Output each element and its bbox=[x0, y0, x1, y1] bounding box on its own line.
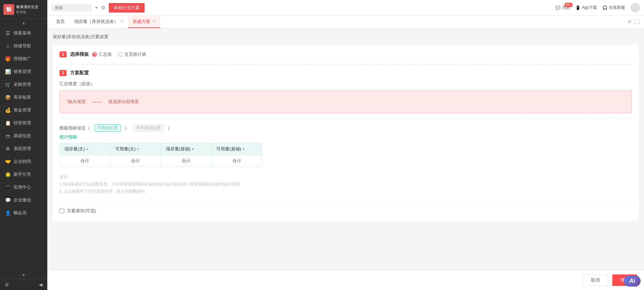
tabs-bar: 首页 现存量（库存状况表） ✕ 新建方案 ✕ ✕ ⛶ bbox=[47, 16, 644, 28]
stats-col-1-label: 可用量(主) bbox=[115, 146, 136, 152]
sidebar-item-member[interactable]: 👤 畅会员 bbox=[0, 207, 47, 219]
online-service-label: 在线客服 bbox=[609, 5, 625, 10]
stats-col-3[interactable]: 可用量(基辅) ▾ bbox=[212, 143, 262, 155]
stats-col-0-label: 现存量(主) bbox=[65, 146, 85, 152]
radio-summary-label: 汇总表 bbox=[99, 51, 112, 57]
sound-icon[interactable]: ◀ bbox=[39, 282, 43, 287]
tab-new-scheme[interactable]: 新建方案 ✕ bbox=[128, 16, 160, 28]
sidebar-scroll-down[interactable]: ▼ bbox=[0, 271, 47, 279]
sidebar-item-wechat[interactable]: 💬 企业微信 bbox=[0, 194, 47, 207]
radio-cross-circle bbox=[118, 52, 123, 57]
col-2-dropdown-icon[interactable]: ▾ bbox=[192, 147, 194, 151]
tab-inventory-status[interactable]: 现存量（库存状况表） ✕ bbox=[70, 16, 128, 28]
radio-summary[interactable]: 汇总表 bbox=[92, 51, 112, 57]
system-icon: ⚙ bbox=[5, 146, 11, 152]
app-download-button[interactable]: 📱 App下载 bbox=[575, 5, 597, 10]
step1-section: 1 选择模板 汇总表 交叉统计表 bbox=[59, 51, 632, 57]
radio-cross-label: 交叉统计表 bbox=[124, 51, 146, 57]
sidebar-item-label-operations: 经营管理 bbox=[14, 120, 31, 126]
page-title: 现存量(库存状况表)方案设置 bbox=[53, 34, 639, 40]
stats-cell-2: 合计 bbox=[161, 155, 212, 167]
sidebar-nav: ☰ 搜索菜单 ⌂ 快捷导航 🎁 营销推广 📊 销售管理 🛒 采购管理 📦 库存核… bbox=[0, 27, 47, 271]
finance-icon: 💰 bbox=[5, 107, 11, 113]
template-radio-group: 汇总表 交叉统计表 bbox=[92, 51, 146, 57]
sidebar: 畅 畅康通好生意 标准版 ▲ ☰ 搜索菜单 ⌂ 快捷导航 🎁 营销推广 📊 销售… bbox=[0, 0, 47, 290]
online-service-button[interactable]: 🎧 在线客服 bbox=[602, 5, 625, 10]
trial-button[interactable]: 体验行业方案 bbox=[109, 3, 145, 13]
tab-inventory-close-icon[interactable]: ✕ bbox=[120, 19, 123, 24]
step2-title: 方案配置 bbox=[70, 70, 89, 76]
vertical-dim-label: *纵向维度 bbox=[67, 99, 86, 105]
message-button[interactable]: 💬 消息 99+ bbox=[555, 5, 570, 10]
stats-col-2[interactable]: 现存量(基辅) ▾ bbox=[161, 143, 212, 155]
sidebar-item-newbie[interactable]: 🌟 新手引导 bbox=[0, 168, 47, 181]
sidebar-item-enterprise[interactable]: 🤝 企业协同 bbox=[0, 155, 47, 168]
sidebar-item-finance[interactable]: 💰 资金管理 bbox=[0, 104, 47, 117]
stats-cell-1: 合计 bbox=[110, 155, 161, 167]
sidebar-item-label-purchase: 采购管理 bbox=[14, 81, 31, 88]
step2-badge: 2 bbox=[59, 70, 67, 76]
sidebar-item-label-enterprise: 企业协同 bbox=[14, 159, 31, 165]
sidebar-item-sales[interactable]: 📊 销售管理 bbox=[0, 65, 47, 78]
cancel-button[interactable]: 取消 bbox=[583, 274, 608, 286]
stats-col-3-label: 可用量(基辅) bbox=[216, 146, 241, 152]
tip-item-2: 2. 点击标题栏下拉可设置排序、插入列和删除列 bbox=[59, 188, 632, 195]
sidebar-item-label-sales: 销售管理 bbox=[14, 69, 31, 75]
sidebar-item-inventory[interactable]: 📦 库存核算 bbox=[0, 91, 47, 104]
stats-col-1[interactable]: 可用量(主) ▾ bbox=[110, 143, 161, 155]
sidebar-item-quick-nav[interactable]: ⌂ 快捷导航 bbox=[0, 40, 47, 52]
stats-col-0[interactable]: 现存量(主) ▾ bbox=[60, 143, 110, 155]
sidebar-item-marketing[interactable]: 🎁 营销推广 bbox=[0, 52, 47, 65]
save-option-checkbox[interactable] bbox=[59, 209, 64, 213]
sidebar-scroll-up[interactable]: ▲ bbox=[0, 19, 47, 27]
tab-new-scheme-close-icon[interactable]: ✕ bbox=[152, 19, 155, 24]
radio-cross[interactable]: 交叉统计表 bbox=[118, 51, 146, 57]
footer-save-row: 方案保存(可选) bbox=[59, 202, 632, 214]
stats-cell-0: 合计 bbox=[60, 155, 110, 167]
ai-badge[interactable]: Ai bbox=[624, 275, 641, 287]
draggable-badge: 可拖动位置 bbox=[94, 124, 121, 131]
sidebar-item-basic-info[interactable]: 🗃 基础信息 bbox=[0, 129, 47, 142]
sidebar-item-search-menu[interactable]: ☰ 搜索菜单 bbox=[0, 27, 47, 40]
tabs-actions: ✕ ⛶ bbox=[627, 19, 640, 25]
search-input[interactable] bbox=[51, 4, 92, 11]
sidebar-item-operations[interactable]: 📋 经营管理 bbox=[0, 117, 47, 129]
step1-badge: 1 bbox=[59, 51, 67, 57]
col-1-dropdown-icon[interactable]: ▾ bbox=[137, 147, 139, 151]
tab-new-scheme-label: 新建方案 bbox=[133, 19, 150, 25]
settings-card: 1 选择模板 汇总表 交叉统计表 bbox=[53, 45, 639, 221]
radio-summary-circle bbox=[92, 52, 97, 57]
main-content: ▾ ⚙ 体验行业方案 💬 消息 99+ 📱 App下载 🎧 在线客服 首页 bbox=[47, 0, 644, 290]
step1-header: 1 选择模板 汇总表 交叉统计表 bbox=[59, 51, 632, 57]
headset-icon: 🎧 bbox=[602, 5, 608, 10]
tab-home-label: 首页 bbox=[56, 19, 65, 25]
sidebar-item-label-finance: 资金管理 bbox=[14, 107, 31, 113]
step2-section: 2 方案配置 汇总维度（必选） *纵向维度 —— 请选择分组维度 模板指标设定（… bbox=[59, 70, 632, 195]
basic-info-icon: 🗃 bbox=[5, 133, 11, 139]
vertical-dim-placeholder: 请选择分组维度 bbox=[108, 99, 139, 105]
tips-title-label: 提示： bbox=[59, 174, 72, 179]
tabs-expand-button[interactable]: ⛶ bbox=[635, 19, 640, 25]
sidebar-item-app-center[interactable]: 📱 应用中心 bbox=[0, 181, 47, 194]
search-menu-icon: ☰ bbox=[5, 30, 11, 36]
indicator-setting-row: 模板指标设定（ 可拖动位置 ） 不可拖动位置 ） bbox=[59, 124, 632, 131]
sidebar-item-label-wechat: 企业微信 bbox=[14, 197, 31, 203]
col-3-dropdown-icon[interactable]: ▾ bbox=[243, 147, 245, 151]
tab-home[interactable]: 首页 bbox=[51, 16, 70, 28]
topbar: ▾ ⚙ 体验行业方案 💬 消息 99+ 📱 App下载 🎧 在线客服 bbox=[47, 0, 644, 16]
message-badge: 99+ bbox=[564, 3, 573, 7]
tabs-close-button[interactable]: ✕ bbox=[627, 19, 632, 25]
step1-title: 选择模板 bbox=[70, 51, 89, 57]
col-0-dropdown-icon[interactable]: ▾ bbox=[86, 147, 89, 151]
phone-icon: 📱 bbox=[575, 5, 580, 10]
user-avatar[interactable] bbox=[630, 3, 640, 13]
sidebar-item-label-marketing: 营销推广 bbox=[14, 56, 31, 62]
settings-bottom-icon[interactable]: ⚙ bbox=[5, 282, 9, 287]
topbar-settings-icon[interactable]: ⚙ bbox=[101, 5, 105, 11]
search-dropdown-icon[interactable]: ▾ bbox=[95, 5, 98, 10]
purchase-icon: 🛒 bbox=[5, 81, 11, 88]
sidebar-item-purchase[interactable]: 🛒 采购管理 bbox=[0, 78, 47, 91]
save-option-label: 方案保存(可选) bbox=[67, 208, 96, 214]
stats-body-row: 合计 合计 合计 合计 bbox=[60, 155, 262, 167]
sidebar-item-system[interactable]: ⚙ 系统管理 bbox=[0, 142, 47, 155]
